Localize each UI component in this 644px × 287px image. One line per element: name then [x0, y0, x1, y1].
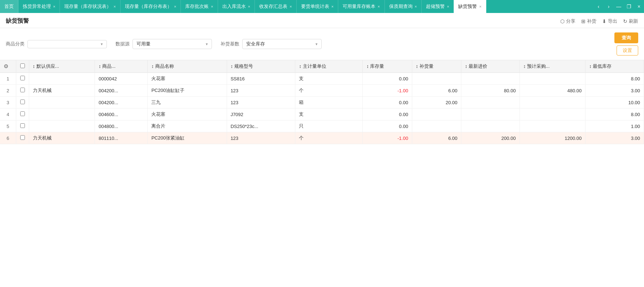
th-supplier: ↕ 默认供应... — [29, 60, 95, 73]
tab-item-4[interactable]: 库存批次账× — [181, 0, 218, 13]
th-settings: ⚙ — [0, 60, 16, 73]
row-supplier-2 — [29, 97, 95, 109]
row-checkbox-5[interactable] — [20, 135, 25, 140]
filter-area: 商品分类 ▾ 数据源 可用量 ▾ 补货基数 安全库存 ▾ 查询 设置 — [0, 28, 644, 60]
tab-scroll-left[interactable]: ‹ — [593, 0, 604, 13]
datasource-chevron-icon: ▾ — [206, 42, 208, 47]
row-unit-4: 只 — [295, 120, 363, 132]
replenish-button[interactable]: ⊞ 补货 — [581, 18, 596, 25]
row-replenish-qty-0 — [412, 73, 461, 85]
row-stock-2: 0.00 — [363, 97, 412, 109]
row-unit-5: 个 — [295, 132, 363, 144]
select-all-checkbox[interactable] — [20, 63, 25, 68]
row-stock-0: 0.00 — [363, 73, 412, 85]
row-supplier-5: 力天机械 — [29, 132, 95, 144]
tab-item-3[interactable]: 现存量（库存分布表）× — [121, 0, 181, 13]
row-min-stock-0: 8.00 — [586, 73, 644, 85]
tab-item-2[interactable]: 现存量（库存状况表）× — [60, 0, 120, 13]
tab-close-7[interactable]: × — [331, 4, 334, 9]
tab-label-9: 保质期查询 — [389, 3, 413, 10]
th-min-stock: ↕ 最低库存 — [586, 60, 644, 73]
th-replenish-qty: ↕ 补货量 — [412, 60, 461, 73]
tab-item-10[interactable]: 超储预警× — [422, 0, 454, 13]
tab-label-7: 要货单统计表 — [301, 3, 329, 10]
row-latest-price-4 — [461, 120, 520, 132]
th-stock: ↕ 库存量 — [363, 60, 412, 73]
row-checkbox-2[interactable] — [20, 100, 25, 104]
row-unit-3: 支 — [295, 109, 363, 120]
tab-close-4[interactable]: × — [211, 4, 213, 9]
tab-close-6[interactable]: × — [290, 4, 292, 9]
row-checkbox-4[interactable] — [20, 123, 25, 128]
row-checkbox-3[interactable] — [20, 111, 25, 116]
th-latest-price-label: ↕ 最新进价 — [465, 63, 487, 69]
tab-item-6[interactable]: 收发存汇总表× — [255, 0, 296, 13]
share-button[interactable]: ⬡ 分享 — [560, 18, 575, 25]
row-product-code-4: 004800... — [95, 120, 148, 132]
row-min-stock-2: 10.00 — [586, 97, 644, 109]
row-checkbox-1[interactable] — [20, 88, 25, 92]
row-unit-1: 个 — [295, 85, 363, 97]
settings-gear-icon[interactable]: ⚙ — [4, 63, 8, 69]
row-num-4: 5 — [0, 120, 16, 132]
tab-close-2[interactable]: × — [113, 4, 116, 9]
row-supplier-0 — [29, 73, 95, 85]
window-close[interactable]: × — [634, 0, 644, 13]
tab-label-5: 出入库流水 — [222, 3, 246, 10]
th-product-name: ↕ 商品名称 — [148, 60, 227, 73]
window-restore[interactable]: ❐ — [624, 0, 634, 13]
tab-item-0[interactable]: 首页 — [0, 0, 18, 13]
table-area: ⚙ ↕ 默认供应... ↕ 商品... ↕ 商品名称 ↕ — [0, 60, 644, 287]
refresh-icon: ↻ — [623, 18, 627, 24]
th-min-stock-label: ↕ 最低库存 — [589, 63, 612, 69]
row-product-code-5: 801110... — [95, 132, 148, 144]
refresh-button[interactable]: ↻ 刷新 — [623, 18, 638, 25]
tab-close-5[interactable]: × — [248, 4, 250, 9]
replenish-chevron-icon: ▾ — [316, 42, 318, 47]
tab-item-11[interactable]: 缺货预警× — [454, 0, 486, 13]
tab-item-8[interactable]: 可用量库存账本× — [338, 0, 384, 13]
row-latest-price-2 — [461, 97, 520, 109]
setting-button[interactable]: 设置 — [617, 45, 638, 56]
table-row: 3004200...三九123箱0.0020.0010.00 — [0, 97, 644, 109]
query-button[interactable]: 查询 — [614, 32, 638, 43]
tab-close-11[interactable]: × — [479, 4, 481, 9]
tab-close-3[interactable]: × — [174, 4, 176, 9]
tab-scroll-right[interactable]: › — [604, 0, 614, 13]
th-spec: ↕ 规格型号 — [227, 60, 295, 73]
export-icon: ⬇ — [602, 18, 606, 24]
row-latest-price-5: 200.00 — [461, 132, 520, 144]
row-product-name-3: 火花塞 — [148, 109, 227, 120]
row-estimated-purchase-5: 1200.00 — [519, 132, 586, 144]
window-minimize[interactable]: — — [614, 0, 624, 13]
tab-item-9[interactable]: 保质期查询× — [385, 0, 422, 13]
tab-item-7[interactable]: 要货单统计表× — [297, 0, 338, 13]
row-spec-0: SS816 — [227, 73, 295, 85]
row-replenish-qty-5: 6.00 — [412, 132, 461, 144]
export-button[interactable]: ⬇ 导出 — [602, 18, 617, 25]
row-product-code-0: 0000042 — [95, 73, 148, 85]
tab-item-1[interactable]: 拣货异常处理× — [18, 0, 60, 13]
tab-close-9[interactable]: × — [415, 4, 417, 9]
row-spec-1: 123 — [227, 85, 295, 97]
category-select[interactable]: ▾ — [27, 40, 107, 48]
tab-close-1[interactable]: × — [53, 4, 55, 9]
replenish-select[interactable]: 安全库存 ▾ — [242, 39, 322, 49]
replenish-filter-group: 补货基数 安全库存 ▾ — [221, 39, 322, 49]
tab-close-8[interactable]: × — [378, 4, 380, 9]
row-checkbox-0[interactable] — [20, 76, 25, 80]
row-num-0: 1 — [0, 73, 16, 85]
row-product-code-2: 004200... — [95, 97, 148, 109]
data-table: ⚙ ↕ 默认供应... ↕ 商品... ↕ 商品名称 ↕ — [0, 60, 644, 144]
tab-close-10[interactable]: × — [447, 4, 449, 9]
row-unit-2: 箱 — [295, 97, 363, 109]
th-stock-label: ↕ 库存量 — [366, 63, 384, 69]
table-body: 10000042火花塞SS816支0.008.002力天机械004200...P… — [0, 73, 644, 144]
datasource-select[interactable]: 可用量 ▾ — [132, 39, 212, 49]
datasource-select-value: 可用量 — [136, 41, 151, 47]
replenish-icon: ⊞ — [581, 18, 586, 24]
category-filter-group: 商品分类 ▾ — [6, 40, 107, 48]
tab-item-5[interactable]: 出入库流水× — [218, 0, 255, 13]
tab-label-10: 超储预警 — [426, 3, 445, 10]
table-row: 6力天机械801110...PC200张紧油缸123个-1.006.00200.… — [0, 132, 644, 144]
